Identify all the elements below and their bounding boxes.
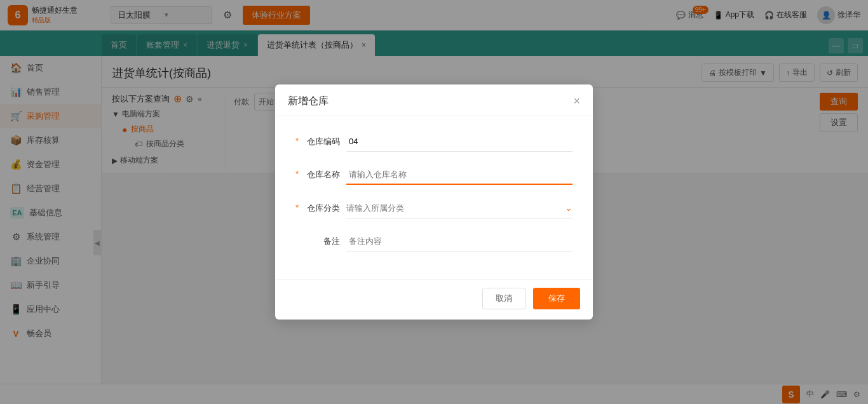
cancel-button[interactable]: 取消 (482, 288, 526, 309)
warehouse-name-label: 仓库名称 (295, 169, 346, 180)
warehouse-name-row: 仓库名称 (295, 165, 573, 185)
warehouse-category-label: 仓库分类 (295, 203, 346, 214)
dialog-body: 仓库编码 仓库名称 仓库分类 ⌄ 备注 (275, 116, 593, 279)
warehouse-category-row: 仓库分类 ⌄ (295, 198, 573, 219)
warehouse-note-input[interactable] (346, 231, 573, 252)
warehouse-note-label: 备注 (295, 236, 346, 247)
dialog-footer: 取消 保存 (275, 279, 593, 320)
warehouse-code-row: 仓库编码 (295, 131, 573, 152)
warehouse-name-input[interactable] (346, 165, 573, 185)
warehouse-category-select[interactable]: ⌄ (346, 198, 573, 219)
new-warehouse-dialog: 新增仓库 × 仓库编码 仓库名称 仓库分类 ⌄ (275, 84, 593, 320)
dialog-header: 新增仓库 × (275, 84, 593, 116)
save-button[interactable]: 保存 (533, 288, 580, 309)
dialog-overlay: 新增仓库 × 仓库编码 仓库名称 仓库分类 ⌄ (0, 0, 868, 404)
dialog-title: 新增仓库 (288, 95, 329, 108)
warehouse-code-label: 仓库编码 (295, 136, 346, 147)
category-dropdown-icon[interactable]: ⌄ (565, 203, 573, 213)
warehouse-code-input[interactable] (346, 131, 573, 152)
warehouse-note-row: 备注 (295, 231, 573, 252)
dialog-close-button[interactable]: × (573, 95, 580, 108)
warehouse-category-input[interactable] (346, 198, 565, 218)
